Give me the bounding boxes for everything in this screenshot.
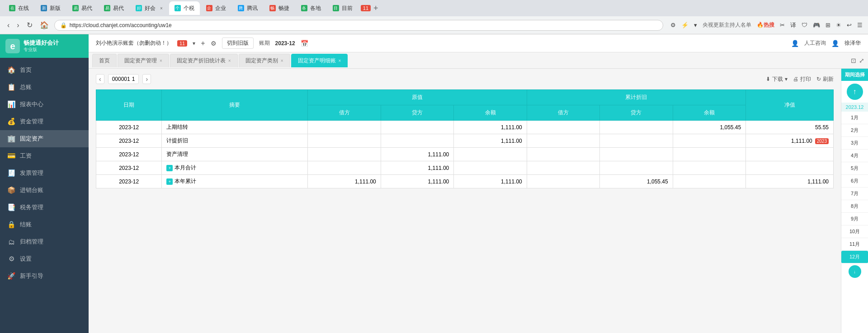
browser-tab-label: 新版 [50, 5, 61, 12]
period-up-btn[interactable]: ↑ [847, 84, 863, 100]
shield-icon[interactable]: 🛡 [802, 22, 807, 28]
sidebar-item-closing[interactable]: 🔒结账 [0, 216, 89, 233]
new-tab-btn[interactable]: + [373, 4, 378, 13]
tab-fixed-assets-close[interactable]: × [160, 58, 162, 63]
refresh-btn[interactable]: ↻ [25, 19, 34, 31]
tab-home[interactable]: 首页 [92, 54, 117, 67]
support-label[interactable]: 人工咨询 [804, 39, 826, 47]
download-dropdown-icon[interactable]: ▾ [785, 76, 788, 82]
user-label: 徐泽华 [844, 39, 861, 47]
sidebar-item-label-reports: 报表中心 [20, 100, 43, 108]
menu-icon[interactable]: ☰ [857, 22, 863, 28]
browser-tab-t4[interactable]: 易易代 [99, 1, 129, 15]
period-value: 2023-12 [275, 40, 295, 47]
sidebar-item-label-invoice: 发票管理 [20, 169, 43, 177]
period-month-12月[interactable]: 12月 [841, 251, 868, 263]
expand-panel-btn[interactable]: ⤢ [859, 57, 864, 64]
sidebar-item-archive[interactable]: 🗂归档管理 [0, 233, 89, 250]
browser-tab-t8[interactable]: 腾腾讯 [232, 1, 263, 15]
browser-tab-t5[interactable]: 好好会× [130, 1, 168, 15]
download-icon: ⬇ [766, 76, 770, 82]
browser-tab-t2[interactable]: 新新版 [35, 1, 66, 15]
sidebar-item-home[interactable]: 🏠首页 [0, 61, 89, 79]
hot-search-icon[interactable]: 🔥热搜 [757, 21, 774, 29]
switch-version-btn[interactable]: 切到旧版 [222, 38, 254, 49]
sun-icon[interactable]: ☀ [836, 22, 841, 28]
settings-btn[interactable]: ⚙ [211, 40, 217, 47]
browser-tab-t7[interactable]: 企企业 [201, 1, 231, 15]
browser-tab-bar: 在在线新新版易易代易易代好好会×个个税企企业腾腾讯畅畅捷各各地目目前11+ [0, 0, 868, 16]
minimize-panel-btn[interactable]: ⊡ [851, 57, 856, 64]
sidebar-item-purchase_sales[interactable]: 📦进销台账 [0, 182, 89, 199]
dropdown-arrow[interactable]: ▾ [193, 40, 195, 47]
browser-tab-t1[interactable]: 在在线 [4, 1, 34, 15]
scissors-icon[interactable]: ✂ [780, 22, 785, 28]
sidebar-item-icon-general_ledger: 📋 [7, 83, 15, 91]
period-month-3月[interactable]: 3月 [841, 137, 868, 150]
sidebar-item-reports[interactable]: 📊报表中心 [0, 96, 89, 113]
period-month-8月[interactable]: 8月 [841, 200, 868, 213]
tab-asset-ledger-close[interactable]: × [339, 58, 341, 63]
download-action[interactable]: ⬇ 下载 ▾ [766, 75, 788, 83]
tab-asset-category-close[interactable]: × [281, 58, 283, 63]
sidebar-item-fixed_assets[interactable]: 🏢固定资产 [0, 130, 89, 147]
period-month-10月[interactable]: 10月 [841, 225, 868, 238]
sidebar-item-label-payroll: 工资 [20, 152, 32, 160]
period-month-7月[interactable]: 7月 [841, 188, 868, 200]
cell-orig-debit [308, 121, 381, 134]
sidebar-item-icon-settings: ⚙ [7, 255, 15, 263]
tab-depreciation-table[interactable]: 固定资产折旧统计表 × [170, 54, 238, 67]
th-summary: 摘要 [162, 90, 308, 121]
period-month-9月[interactable]: 9月 [841, 213, 868, 225]
calendar-icon[interactable]: 📅 [301, 40, 308, 47]
browser-tab-label: 个税 [184, 5, 194, 12]
sidebar-item-tax[interactable]: 📑税务管理 [0, 199, 89, 216]
sidebar-item-funds[interactable]: 💰资金管理 [0, 113, 89, 130]
grid-icon[interactable]: ⊞ [826, 22, 830, 28]
sidebar-item-general_ledger[interactable]: 📋总账 [0, 79, 89, 96]
period-current-btn[interactable]: ↓ [849, 265, 861, 278]
game-icon[interactable]: 🎮 [813, 22, 820, 28]
cell-orig-debit [308, 134, 381, 148]
period-month-6月[interactable]: 6月 [841, 175, 868, 188]
company-badge: 11 [177, 40, 187, 47]
forward-btn[interactable]: › [15, 19, 21, 31]
period-month-4月[interactable]: 4月 [841, 150, 868, 162]
period-month-2月[interactable]: 2月 [841, 124, 868, 137]
period-month-1月[interactable]: 1月 [841, 112, 868, 124]
extensions-icon[interactable]: ⚙ [670, 22, 676, 28]
browser-tab-t11[interactable]: 目目前 [327, 1, 358, 15]
print-action[interactable]: 🖨 打印 [793, 75, 811, 83]
sidebar-item-settings[interactable]: ⚙设置 [0, 250, 89, 267]
dropdown-icon[interactable]: ▾ [694, 22, 697, 28]
browser-tab-t3[interactable]: 易易代 [67, 1, 98, 15]
add-btn[interactable]: + [201, 39, 205, 47]
tab-home-label: 首页 [99, 57, 110, 65]
sidebar-item-payroll[interactable]: 💳工资 [0, 147, 89, 164]
next-record-btn[interactable]: › [142, 74, 151, 84]
period-month-11月[interactable]: 11月 [841, 238, 868, 251]
sidebar-item-invoice[interactable]: 🧾发票管理 [0, 164, 89, 182]
refresh-action[interactable]: ↻ 刷新 [816, 75, 834, 83]
url-box[interactable]: 🔒 https://cloud.chanjet.com/accounting/u… [54, 20, 663, 31]
undo-icon[interactable]: ↩ [847, 22, 852, 28]
tab-asset-ledger[interactable]: 固定资产明细账 × [291, 54, 348, 67]
tab-depreciation-close[interactable]: × [228, 58, 231, 63]
back-btn[interactable]: ‹ [5, 19, 11, 31]
period-month-5月[interactable]: 5月 [841, 162, 868, 175]
support-icon[interactable]: 👤 [791, 40, 799, 47]
home-nav-btn[interactable]: 🏠 [38, 19, 51, 31]
sidebar-item-icon-invoice: 🧾 [7, 169, 15, 177]
browser-tab-t6[interactable]: 个个税 [169, 1, 200, 15]
lightning-icon[interactable]: ⚡ [681, 22, 689, 28]
tab-fixed-assets[interactable]: 固定资产管理 × [118, 54, 169, 67]
prev-record-btn[interactable]: ‹ [96, 74, 104, 84]
sidebar-item-label-settings: 设置 [20, 255, 32, 263]
translate-icon[interactable]: 译 [790, 21, 796, 29]
browser-tab-close[interactable]: × [160, 6, 163, 11]
browser-tab-t10[interactable]: 各各地 [296, 1, 326, 15]
sidebar-item-guide[interactable]: 🚀新手引导 [0, 267, 89, 285]
cell-date: 2023-12 [96, 148, 162, 161]
browser-tab-t9[interactable]: 畅畅捷 [264, 1, 295, 15]
tab-asset-category[interactable]: 固定资产类别 × [239, 54, 290, 67]
